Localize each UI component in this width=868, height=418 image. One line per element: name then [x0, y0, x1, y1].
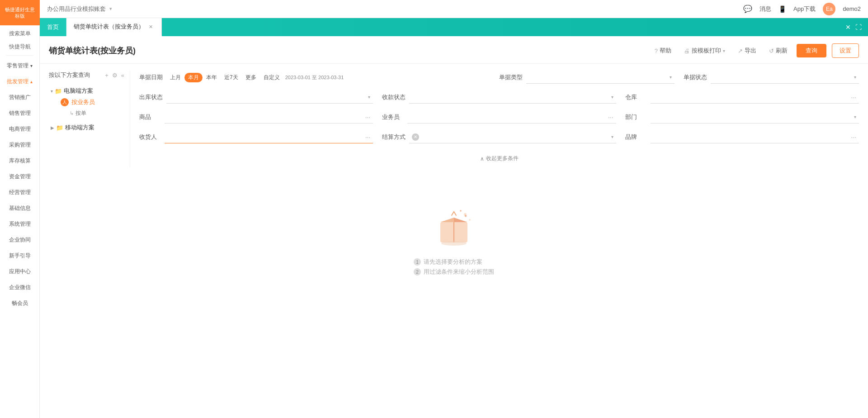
- date-btn-custom[interactable]: 自定义: [260, 73, 283, 82]
- sidebar-item-marketing[interactable]: 营销推广: [0, 89, 39, 105]
- tree-active-item-label: 按业务员: [71, 98, 95, 106]
- collapse-button[interactable]: ∧ 收起更多条件: [475, 153, 524, 164]
- app-logo: 畅捷通好生意 标版: [0, 0, 40, 25]
- sidebar-item-basic[interactable]: 基础信息: [0, 200, 39, 216]
- svg-marker-1: [440, 218, 454, 222]
- outstatus-control[interactable]: ▾: [166, 91, 373, 104]
- sidebar: 畅捷通好生意 标版 搜索菜单 快捷导航 零售管理 ▾ 批发管理 ▴ 营销推广 销…: [0, 0, 40, 418]
- sidebar-item-system[interactable]: 系统管理: [0, 216, 39, 232]
- consignee-control[interactable]: ···: [165, 131, 373, 143]
- tip-text-1: 请先选择要分析的方案: [424, 258, 482, 266]
- help-icon: ?: [655, 48, 658, 54]
- setting-button[interactable]: 设置: [832, 43, 859, 58]
- filter-item-brand: 品牌 ···: [625, 131, 859, 143]
- sidebar-item-app-center[interactable]: 应用中心: [0, 263, 39, 279]
- filter-item-date: 单据日期 上月 本月 本年 近7天 更多 自定义 2023-03-01 至 20…: [139, 73, 490, 82]
- filter-item-salesperson: 业务员 ···: [382, 111, 616, 124]
- tab-close-button[interactable]: ✕: [147, 23, 154, 30]
- sidebar-item-finance[interactable]: 资金管理: [0, 168, 39, 184]
- settlement-clear-icon[interactable]: ✕: [412, 133, 419, 141]
- product-dots-icon[interactable]: ···: [365, 114, 371, 121]
- tree-mobile-text: 移动端方案: [65, 124, 94, 132]
- tree-pc-label[interactable]: ▾ 📁 电脑端方案: [49, 86, 124, 96]
- filter-item-settlement: 结算方式 ✕ ▾: [382, 131, 616, 143]
- help-button[interactable]: ? 帮助: [651, 45, 675, 57]
- logo-text: 畅捷通好生意: [5, 6, 35, 13]
- receiptstatus-label: 收款状态: [382, 93, 406, 101]
- warehouse-control[interactable]: ···: [651, 91, 859, 104]
- empty-tips: 1 请先选择要分析的方案 2 用过滤条件来缩小分析范围: [414, 256, 494, 278]
- export-icon: ↗: [738, 48, 743, 54]
- sidebar-item-operations[interactable]: 经营管理: [0, 184, 39, 200]
- sidebar-search[interactable]: 搜索菜单: [0, 25, 39, 40]
- sidebar-item-ecommerce[interactable]: 电商管理: [0, 121, 39, 137]
- settings-scheme-icon[interactable]: ⚙: [112, 72, 118, 79]
- tab-sales-stat[interactable]: 销货单统计表（按业务员） ✕: [66, 18, 162, 36]
- page-actions: ? 帮助 🖨 按模板打印 ▾ ↗ 导出 ↺ 刷新 查询 设置: [651, 43, 859, 58]
- salesperson-label: 业务员: [382, 113, 404, 121]
- sidebar-item-sales[interactable]: 销售管理: [0, 105, 39, 121]
- export-button[interactable]: ↗ 导出: [734, 45, 760, 57]
- filter-item-receiptstatus: 收款状态 ▾: [382, 91, 616, 104]
- tab-home[interactable]: 首页: [40, 18, 66, 36]
- tabbar: 首页 销货单统计表（按业务员） ✕ ✕ ⛶: [40, 18, 868, 36]
- product-selector-arrow[interactable]: ▾: [109, 6, 112, 12]
- sidebar-item-inventory[interactable]: 库存核算: [0, 152, 39, 168]
- filter-item-consignee: 收货人 ···: [139, 131, 373, 143]
- sidebar-item-retail[interactable]: 零售管理 ▾: [0, 57, 39, 73]
- tree-child-item-salesperson[interactable]: 人 按业务员: [58, 96, 124, 108]
- date-filter-buttons: 上月 本月 本年 近7天 更多 自定义 2023-03-01 至 2023-03…: [166, 73, 344, 82]
- sidebar-item-enterprise-wechat[interactable]: 企业微信: [0, 279, 39, 295]
- sidebar-item-member[interactable]: 畅会员: [0, 295, 39, 311]
- help-label: 帮助: [660, 47, 671, 55]
- department-label: 部门: [625, 113, 647, 121]
- add-scheme-icon[interactable]: +: [105, 72, 108, 79]
- docstatus-control[interactable]: ▾: [711, 71, 859, 84]
- tree-sub-item-label: 按单: [75, 109, 86, 117]
- tab-close-all-icon[interactable]: ✕: [845, 24, 851, 31]
- sidebar-item-wholesale[interactable]: 批发管理 ▴: [0, 73, 39, 89]
- tree-mobile-label[interactable]: ▶ 📁 移动端方案: [49, 122, 124, 133]
- date-btn-last-month[interactable]: 上月: [166, 73, 184, 82]
- date-btn-more[interactable]: 更多: [242, 73, 260, 82]
- consignee-label: 收货人: [139, 133, 161, 141]
- warehouse-dots-icon[interactable]: ···: [851, 94, 856, 101]
- tip-num-2: 2: [414, 268, 421, 276]
- brand-control[interactable]: ···: [651, 131, 859, 143]
- sidebar-divider-1: [6, 55, 33, 56]
- user-name[interactable]: demo2: [843, 5, 861, 12]
- date-btn-7days[interactable]: 近7天: [221, 73, 242, 82]
- app-download-label[interactable]: App下载: [793, 5, 816, 13]
- tree-sub-item-doc[interactable]: ↳ 按单: [67, 108, 124, 119]
- print-button[interactable]: 🖨 按模板打印 ▾: [680, 45, 729, 57]
- salesperson-dots-icon[interactable]: ···: [608, 114, 613, 121]
- date-btn-this-year[interactable]: 本年: [203, 73, 221, 82]
- sidebar-quick-nav[interactable]: 快捷导航: [0, 40, 39, 53]
- brand-label: 品牌: [625, 133, 647, 141]
- sidebar-item-purchase[interactable]: 采购管理: [0, 137, 39, 152]
- salesperson-control[interactable]: ···: [407, 111, 616, 124]
- query-button[interactable]: 查询: [797, 44, 826, 57]
- sidebar-item-enterprise[interactable]: 企业协同: [0, 232, 39, 247]
- main-area: 办公用品行业模拟账套 ▾ 💬 消息 📱 App下载 Ea demo2 首页 销货…: [40, 0, 868, 418]
- date-btn-this-month[interactable]: 本月: [184, 73, 203, 82]
- product-selector-label[interactable]: 办公用品行业模拟账套: [47, 5, 106, 13]
- consignee-dots-icon[interactable]: ···: [365, 133, 371, 141]
- brand-dots-icon[interactable]: ···: [851, 133, 856, 141]
- settlement-arrow-icon: ▾: [611, 134, 613, 139]
- product-control[interactable]: ···: [165, 111, 373, 124]
- collapse-sidebar-icon[interactable]: «: [121, 72, 124, 79]
- department-control[interactable]: ▾: [651, 111, 859, 124]
- avatar[interactable]: Ea: [823, 3, 835, 15]
- message-icon: 💬: [743, 5, 752, 13]
- filter-item-doctype: 单据类型 ▾: [499, 71, 675, 84]
- tab-expand-icon[interactable]: ⛶: [855, 24, 862, 31]
- receiptstatus-control[interactable]: ▾: [409, 91, 616, 104]
- refresh-button[interactable]: ↺ 刷新: [765, 45, 791, 57]
- message-label[interactable]: 消息: [760, 5, 771, 13]
- doctype-control[interactable]: ▾: [526, 71, 675, 84]
- sidebar-item-newbie[interactable]: 新手引导: [0, 247, 39, 263]
- settlement-control[interactable]: ✕ ▾: [409, 131, 616, 143]
- settlement-label: 结算方式: [382, 133, 406, 141]
- empty-svg: ✦: [427, 202, 481, 247]
